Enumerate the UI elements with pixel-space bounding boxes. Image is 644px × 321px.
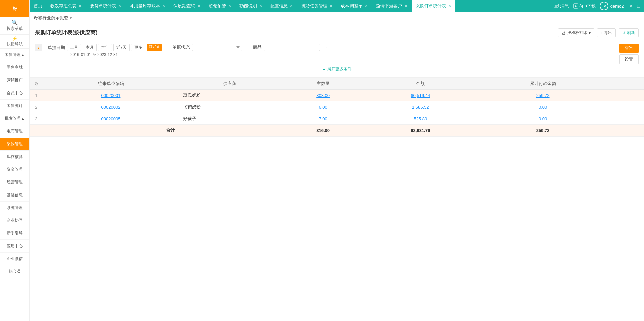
cell-qty-2[interactable]: 6.00 bbox=[280, 101, 366, 113]
print-icon: 🖨 bbox=[562, 31, 566, 35]
cell-qty-1[interactable]: 303.00 bbox=[280, 90, 366, 101]
goods-more-icon[interactable]: ··· bbox=[322, 45, 328, 50]
sidebar-search[interactable]: 🔍 搜索菜单 bbox=[0, 17, 29, 35]
sidebar-item-finance[interactable]: 资金管理 bbox=[0, 163, 29, 176]
sidebar-item-appcenter[interactable]: 应用中心 bbox=[0, 240, 29, 253]
logo-area[interactable]: 好 bbox=[0, 0, 29, 17]
topnav-close-config[interactable]: ✕ bbox=[290, 4, 293, 8]
topnav-close-warranty[interactable]: ✕ bbox=[197, 4, 201, 8]
topnav-close-invite-down[interactable]: ✕ bbox=[404, 4, 408, 8]
cell-supplier-1: 惠氏奶粉 bbox=[179, 90, 280, 101]
sidebar-item-member[interactable]: 会员中心 bbox=[0, 87, 29, 100]
topnav-label-warranty: 保质期查询 bbox=[173, 3, 195, 9]
sidebar-item-retail-mgmt[interactable]: 零售管理▲ bbox=[0, 49, 29, 61]
sidebar-item-corp[interactable]: 企业协同 bbox=[0, 214, 29, 227]
date-btn-this-year[interactable]: 本年 bbox=[98, 44, 112, 51]
date-btn-this-month[interactable]: 本月 bbox=[83, 44, 97, 51]
status-select[interactable] bbox=[192, 44, 242, 51]
date-filter-label: 单据日期 bbox=[48, 45, 65, 51]
topnav-close-available-stock[interactable]: ✕ bbox=[162, 4, 165, 8]
topnav-item-purchase-stats[interactable]: 要货单统计表✕ bbox=[86, 0, 125, 12]
cell-paid-2[interactable]: 0.00 bbox=[475, 101, 611, 113]
topnav-item-pick-task[interactable]: 拣货任务管理✕ bbox=[297, 0, 337, 12]
col-settings[interactable]: ⚙ bbox=[30, 78, 43, 90]
sidebar-item-purchase[interactable]: 采购管理 bbox=[0, 138, 29, 151]
topnav-item-func-desc[interactable]: 功能说明✕ bbox=[235, 0, 266, 12]
top-navigation: 首页收发存汇总表✕要货单统计表✕可用量库存账本✕保质期查询✕超储预警✕功能说明✕… bbox=[30, 0, 551, 12]
topnav-close-receivable[interactable]: ✕ bbox=[78, 4, 82, 8]
cell-amount-2[interactable]: 1,586.52 bbox=[366, 101, 475, 113]
print-dropdown-icon: ▾ bbox=[589, 31, 591, 35]
topnav-item-config[interactable]: 配置信息✕ bbox=[266, 0, 297, 12]
sidebar-item-guide[interactable]: 新手引导 bbox=[0, 227, 29, 240]
topnav-close-func-desc[interactable]: ✕ bbox=[259, 4, 262, 8]
cell-paid-1[interactable]: 259.72 bbox=[475, 90, 611, 101]
cell-paid-3[interactable]: 0.00 bbox=[475, 113, 611, 125]
topnav-item-invite-down[interactable]: 邀请下游客户✕ bbox=[372, 0, 412, 12]
sidebar-item-marketing[interactable]: 营销推广 bbox=[0, 74, 29, 87]
topnav-close-overstock[interactable]: ✕ bbox=[228, 4, 231, 8]
date-btn-last-month[interactable]: 上月 bbox=[67, 44, 81, 51]
topnav-item-available-stock[interactable]: 可用量库存账本✕ bbox=[125, 0, 169, 12]
window-maximize-button[interactable]: □ bbox=[636, 2, 641, 10]
export-icon: ↓ bbox=[601, 31, 603, 35]
refresh-button[interactable]: ↺ 刷新 bbox=[619, 28, 639, 37]
topnav-item-receivable[interactable]: 收发存汇总表✕ bbox=[46, 0, 86, 12]
workspace-dropdown-icon[interactable]: ▾ bbox=[70, 15, 72, 20]
app-download-icon: App下载 bbox=[573, 3, 596, 9]
sidebar-item-ecommerce[interactable]: 电商管理 bbox=[0, 125, 29, 138]
goods-input[interactable] bbox=[264, 44, 320, 51]
cell-extra-1 bbox=[611, 90, 644, 101]
topnav-label-overstock: 超储预警 bbox=[209, 3, 226, 9]
col-code: 往来单位编码 bbox=[43, 78, 179, 90]
user-avatar[interactable]: Ea demo2 bbox=[600, 2, 624, 10]
date-custom-badge[interactable]: 自定义 bbox=[147, 44, 162, 51]
print-button[interactable]: 🖨 按模板打印 ▾ bbox=[558, 28, 594, 37]
cell-supplier-2: 飞鹤奶粉 bbox=[179, 101, 280, 113]
main-area: 首页收发存汇总表✕要货单统计表✕可用量库存账本✕保质期查询✕超储预警✕功能说明✕… bbox=[30, 0, 644, 321]
date-btn-7days[interactable]: 近7天 bbox=[113, 44, 130, 51]
topnav-item-warranty[interactable]: 保质期查询✕ bbox=[169, 0, 205, 12]
col-qty: 主数量 bbox=[280, 78, 366, 90]
cell-amount-1[interactable]: 60,519.44 bbox=[366, 90, 475, 101]
topnav-item-cost-adj[interactable]: 成本调整单✕ bbox=[337, 0, 372, 12]
sidebar-item-wechat[interactable]: 企业微信 bbox=[0, 253, 29, 265]
data-table: ⚙ 往来单位编码 供应商 主数量 金额 累计付款金额 1 00020001 惠氏… bbox=[30, 78, 644, 137]
cell-code-1[interactable]: 00020001 bbox=[43, 90, 179, 101]
topnav-item-home[interactable]: 首页 bbox=[30, 0, 46, 12]
topnav-item-overstock[interactable]: 超储预警✕ bbox=[205, 0, 235, 12]
footer-label: 合计 bbox=[43, 125, 179, 137]
topnav-close-cost-adj[interactable]: ✕ bbox=[365, 4, 368, 8]
cell-code-2[interactable]: 00020002 bbox=[43, 101, 179, 113]
column-settings-icon[interactable]: ⚙ bbox=[34, 81, 38, 86]
date-filter-group: 单据日期 上月 本月 本年 近7天 更多 自定义 2016-01-01 至 20… bbox=[48, 44, 162, 58]
search-button[interactable]: 查询 bbox=[619, 44, 639, 53]
topnav-close-purchase-stats[interactable]: ✕ bbox=[118, 4, 121, 8]
export-button[interactable]: ↓ 导出 bbox=[597, 28, 616, 37]
sidebar-item-inventory[interactable]: 库存核算 bbox=[0, 151, 29, 163]
sidebar-quicknav[interactable]: ⚡ 快捷导航 bbox=[0, 35, 29, 49]
topnav-label-available-stock: 可用量库存账本 bbox=[129, 3, 160, 9]
sidebar-item-basic[interactable]: 基础信息 bbox=[0, 189, 29, 202]
sidebar-item-member2[interactable]: 畅会员 bbox=[0, 265, 29, 278]
date-btn-more[interactable]: 更多 bbox=[131, 44, 145, 51]
sidebar-item-ops[interactable]: 经营管理 bbox=[0, 176, 29, 189]
topnav-close-pick-task[interactable]: ✕ bbox=[329, 4, 333, 8]
sidebar-item-wholesale[interactable]: 批发管理▲ bbox=[0, 112, 29, 125]
topnav-label-config: 配置信息 bbox=[270, 3, 288, 9]
filter-toggle-button[interactable]: › bbox=[35, 44, 42, 51]
cell-amount-3[interactable]: 525.80 bbox=[366, 113, 475, 125]
sidebar-item-retail-stats[interactable]: 零售统计 bbox=[0, 100, 29, 112]
sidebar-item-retail-mall[interactable]: 零售商城 bbox=[0, 61, 29, 74]
topnav-item-purchase-order-stats[interactable]: 采购订单统计表✕ bbox=[412, 0, 455, 12]
topnav-label-cost-adj: 成本调整单 bbox=[341, 3, 363, 9]
sidebar-item-system[interactable]: 系统管理 bbox=[0, 202, 29, 214]
topnav-close-purchase-order-stats[interactable]: ✕ bbox=[448, 4, 451, 8]
sidebar-item-label-retail-mgmt: 零售管理 bbox=[5, 52, 21, 58]
cell-code-3[interactable]: 00020005 bbox=[43, 113, 179, 125]
cell-qty-3[interactable]: 7.00 bbox=[280, 113, 366, 125]
status-filter-group: 单据状态 bbox=[172, 44, 242, 51]
settings-button[interactable]: 设置 bbox=[619, 54, 639, 64]
expand-more-bar[interactable]: 展开更多条件 bbox=[35, 64, 639, 74]
window-close-button[interactable]: ✕ bbox=[628, 2, 635, 10]
